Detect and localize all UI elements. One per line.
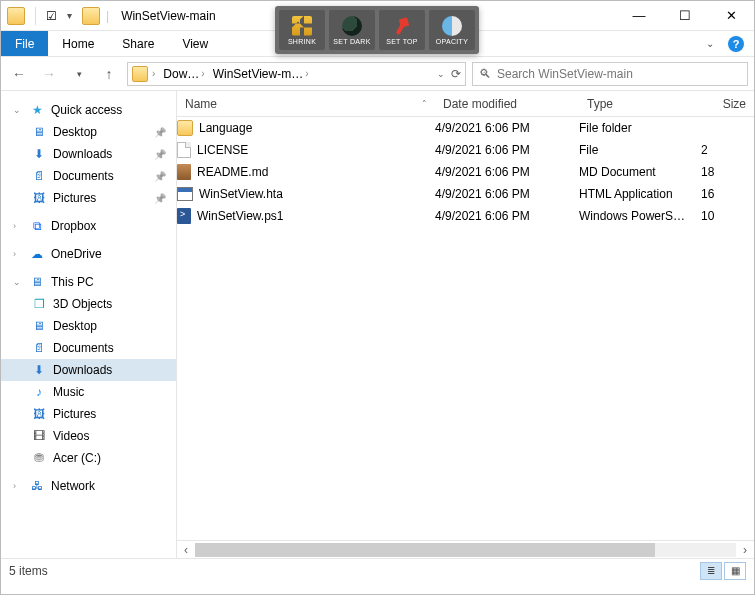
set-dark-label: SET DARK [333,38,370,45]
folder-icon[interactable] [7,7,25,25]
refresh-button[interactable]: ⟳ [451,67,461,81]
recent-locations-dropdown[interactable]: ▾ [67,62,91,86]
nav-downloads[interactable]: ⬇Downloads [1,143,176,165]
file-type: Windows PowerS… [579,209,701,223]
nav-label: Acer (C:) [53,451,101,465]
file-date: 4/9/2021 6:06 PM [435,121,579,135]
col-name[interactable]: Name˄ [177,97,435,111]
pc-icon: 🖥︎ [29,274,45,290]
history-dropdown[interactable]: ⌄ [437,69,445,79]
navigation-pane[interactable]: ⌄★Quick access 🖥︎Desktop ⬇Downloads 📄︎Do… [1,91,177,558]
cube-icon: ❒ [31,296,47,312]
set-dark-button[interactable]: SET DARK [329,10,375,50]
set-top-label: SET TOP [386,38,418,45]
opacity-button[interactable]: OPACITY [429,10,475,50]
pin-icon [388,12,415,39]
scroll-right-arrow[interactable]: › [736,543,754,557]
minimize-button[interactable]: — [616,1,662,31]
nav-documents-2[interactable]: 📄︎Documents [1,337,176,359]
thumbnails-view-button[interactable]: ▦ [724,562,746,580]
nav-label: Pictures [53,191,96,205]
status-bar: 5 items ≣ ▦ [1,558,754,582]
file-name: LICENSE [197,143,248,157]
close-button[interactable]: ✕ [708,1,754,31]
folder-icon [177,120,193,136]
file-icon [177,142,191,158]
breadcrumb-label: WinSetView-m… [213,67,303,81]
nav-quick-access[interactable]: ⌄★Quick access [1,99,176,121]
shrink-icon [292,16,312,36]
nav-drive-c[interactable]: ⛃Acer (C:) [1,447,176,469]
file-date: 4/9/2021 6:06 PM [435,165,579,179]
file-row[interactable]: WinSetView.hta 4/9/2021 6:06 PM HTML App… [177,183,754,205]
file-type: HTML Application [579,187,701,201]
nav-this-pc[interactable]: ⌄🖥︎This PC [1,271,176,293]
nav-documents[interactable]: 📄︎Documents [1,165,176,187]
window-title: WinSetView-main [121,9,215,23]
col-size[interactable]: Size [701,97,754,111]
nav-onedrive[interactable]: ›☁OneDrive [1,243,176,265]
shrink-button[interactable]: SHRINK [279,10,325,50]
file-date: 4/9/2021 6:06 PM [435,143,579,157]
overlay-toolbar: SHRINK SET DARK SET TOP OPACITY [275,6,479,54]
nav-downloads-2[interactable]: ⬇Downloads [1,359,176,381]
downloads-icon: ⬇ [31,362,47,378]
file-list[interactable]: Language 4/9/2021 6:06 PM File folder LI… [177,117,754,540]
back-button[interactable]: ← [7,62,31,86]
ribbon-collapse-toggle[interactable]: ⌄ [702,38,718,49]
nav-desktop[interactable]: 🖥︎Desktop [1,121,176,143]
nav-desktop-2[interactable]: 🖥︎Desktop [1,315,176,337]
videos-icon: 🎞︎ [31,428,47,444]
music-icon: ♪ [31,384,47,400]
maximize-button[interactable]: ☐ [662,1,708,31]
set-top-button[interactable]: SET TOP [379,10,425,50]
breadcrumb-seg2[interactable]: WinSetView-m…› [209,67,313,81]
qat-dropdown[interactable]: ▾ [63,10,76,21]
breadcrumb-root-dropdown[interactable]: › [148,68,159,79]
address-bar-row: ← → ▾ ↑ › Dow…› WinSetView-m…› ⌄ ⟳ 🔍︎ Se… [1,57,754,91]
address-bar[interactable]: › Dow…› WinSetView-m…› ⌄ ⟳ [127,62,466,86]
col-label: Type [587,97,613,111]
forward-button[interactable]: → [37,62,61,86]
tab-home[interactable]: Home [48,31,108,56]
col-type[interactable]: Type [579,97,701,111]
details-view-button[interactable]: ≣ [700,562,722,580]
file-row[interactable]: README.md 4/9/2021 6:06 PM MD Document 1… [177,161,754,183]
nav-music[interactable]: ♪Music [1,381,176,403]
nav-network[interactable]: ›🖧︎Network [1,475,176,497]
md-file-icon [177,164,191,180]
scroll-left-arrow[interactable]: ‹ [177,543,195,557]
search-placeholder: Search WinSetView-main [497,67,633,81]
breadcrumb-seg1[interactable]: Dow…› [159,67,208,81]
nav-videos[interactable]: 🎞︎Videos [1,425,176,447]
qat-checkbox[interactable]: ☑ [46,9,57,23]
file-name: README.md [197,165,268,179]
col-date[interactable]: Date modified [435,97,579,111]
tab-file[interactable]: File [1,31,48,56]
nav-pictures-2[interactable]: 🖼︎Pictures [1,403,176,425]
nav-dropbox[interactable]: ›⧉Dropbox [1,215,176,237]
main-split: ⌄★Quick access 🖥︎Desktop ⬇Downloads 📄︎Do… [1,91,754,558]
nav-3d-objects[interactable]: ❒3D Objects [1,293,176,315]
file-row[interactable]: Language 4/9/2021 6:06 PM File folder [177,117,754,139]
nav-label: Downloads [53,147,112,161]
window-controls: — ☐ ✕ [616,1,754,31]
help-icon[interactable]: ? [728,36,744,52]
file-row[interactable]: WinSetView.ps1 4/9/2021 6:06 PM Windows … [177,205,754,227]
col-label: Size [723,97,746,111]
nav-label: This PC [51,275,94,289]
nav-pictures[interactable]: 🖼︎Pictures [1,187,176,209]
opacity-label: OPACITY [436,38,468,45]
scroll-track[interactable] [195,543,736,557]
tab-share[interactable]: Share [108,31,168,56]
file-size: 2 [701,143,754,157]
file-row[interactable]: LICENSE 4/9/2021 6:06 PM File 2 [177,139,754,161]
horizontal-scrollbar[interactable]: ‹ › [177,540,754,558]
up-button[interactable]: ↑ [97,62,121,86]
search-input[interactable]: 🔍︎ Search WinSetView-main [472,62,748,86]
file-type: File [579,143,701,157]
scroll-thumb[interactable] [195,543,655,557]
nav-label: OneDrive [51,247,102,261]
item-count: 5 items [9,564,48,578]
tab-view[interactable]: View [168,31,222,56]
